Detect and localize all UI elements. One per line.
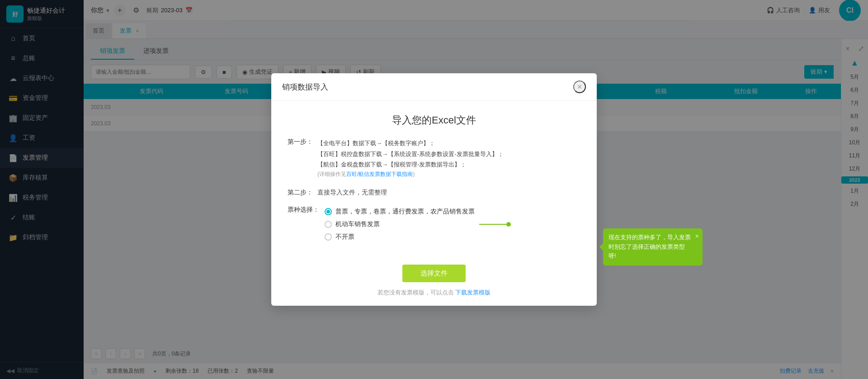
step2-content: 直接导入文件，无需整理: [317, 189, 387, 197]
excel-title: 导入您的Excel文件: [288, 114, 580, 127]
tooltip-bubble: × 现在支持的票种多了，导入发票时别忘了选择正确的发票类型呀!: [603, 228, 703, 265]
select-file-button[interactable]: 选择文件: [402, 265, 466, 282]
radio-car[interactable]: 机动车销售发票: [325, 220, 475, 228]
tooltip-line: [479, 224, 506, 225]
tooltip-text: 现在支持的票种多了，导入发票时别忘了选择正确的发票类型呀!: [609, 234, 691, 260]
step1-line2: 【百旺】税控盘数据下载→【系统设置-系统参数设置-发票批量导入】；: [317, 149, 504, 159]
modal-header: 销项数据导入 ×: [271, 73, 597, 101]
guide-link[interactable]: 百旺/航信发票数据下载指南: [346, 171, 413, 177]
radio-none-label: 不开票: [335, 233, 354, 241]
radio-normal-label: 普票，专票，卷票，通行费发票，农产品销售发票: [335, 208, 475, 216]
step2-label: 第二步：: [288, 189, 313, 197]
modal-title: 销项数据导入: [282, 82, 328, 92]
tooltip-arrow: [599, 243, 603, 251]
ticket-select: 票种选择： 普票，专票，卷票，通行费发票，农产品销售发票 机动车销售发票: [288, 206, 580, 241]
tooltip-dot: [506, 222, 511, 227]
radio-normal-dot: [326, 210, 330, 213]
radio-car-label: 机动车销售发票: [335, 220, 380, 228]
step1-hint: (详细操作见百旺/航信发票数据下载指南): [317, 170, 504, 180]
ticket-select-label: 票种选择：: [288, 206, 319, 214]
step1: 第一步： 【全电平台】数据下载→【税务数字账户】； 【百旺】税控盘数据下载→【系…: [288, 138, 580, 180]
tooltip-connector: [479, 222, 511, 227]
step1-line3: 【航信】金税盘数据下载→【报税管理-发票数据导出】；: [317, 159, 504, 170]
radio-none-circle: [325, 233, 332, 241]
step2: 第二步： 直接导入文件，无需整理: [288, 189, 580, 197]
step1-line1: 【全电平台】数据下载→【税务数字账户】；: [317, 138, 504, 148]
modal-overlay: 销项数据导入 × 导入您的Excel文件 第一步： 【全电平台】数据下载→【税务…: [0, 0, 868, 379]
import-modal: 销项数据导入 × 导入您的Excel文件 第一步： 【全电平台】数据下载→【税务…: [271, 73, 597, 306]
radio-none[interactable]: 不开票: [325, 233, 475, 241]
download-template-link[interactable]: 下载发票模版: [455, 289, 491, 296]
download-hint: 若您没有发票模版，可以点击 下载发票模版: [377, 289, 491, 297]
tooltip-close-btn[interactable]: ×: [695, 231, 699, 241]
radio-normal[interactable]: 普票，专票，卷票，通行费发票，农产品销售发票: [325, 208, 475, 216]
step1-content: 【全电平台】数据下载→【税务数字账户】； 【百旺】税控盘数据下载→【系统设置-系…: [317, 138, 504, 180]
step1-label: 第一步：: [288, 138, 313, 146]
radio-car-circle: [325, 221, 332, 228]
modal-footer: 选择文件 若您没有发票模版，可以点击 下载发票模版: [271, 261, 597, 306]
radio-normal-circle: [325, 208, 332, 215]
modal-body: 导入您的Excel文件 第一步： 【全电平台】数据下载→【税务数字账户】； 【百…: [271, 101, 597, 261]
radio-group: 普票，专票，卷票，通行费发票，农产品销售发票 机动车销售发票 不开票: [325, 208, 475, 241]
modal-close-button[interactable]: ×: [573, 81, 586, 93]
